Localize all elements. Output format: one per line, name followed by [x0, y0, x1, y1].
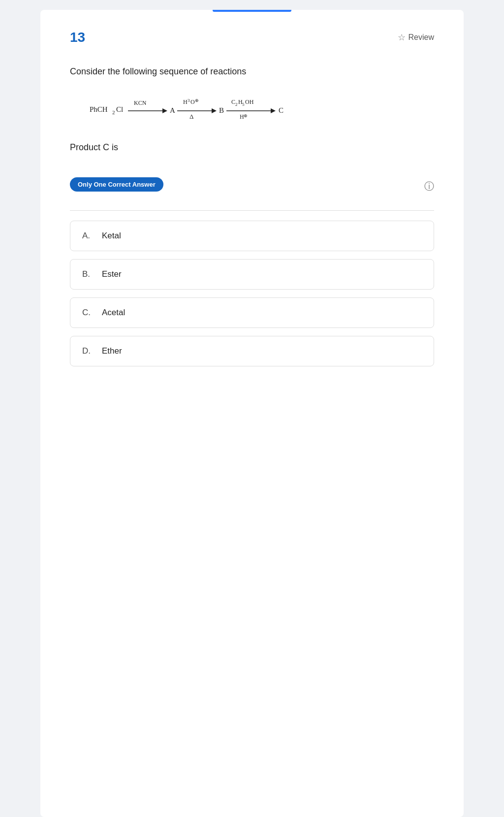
option-b-label: Ester	[102, 269, 122, 279]
svg-text:2: 2	[235, 102, 238, 107]
review-button[interactable]: ☆ Review	[398, 32, 434, 43]
svg-text:B: B	[219, 106, 224, 114]
svg-text:C: C	[231, 98, 235, 105]
review-label: Review	[409, 33, 434, 42]
option-b[interactable]: B. Ester	[70, 259, 434, 290]
svg-text:2: 2	[112, 109, 115, 115]
svg-marker-8	[212, 108, 217, 113]
option-d-label: Ether	[102, 346, 122, 356]
option-b-letter: B.	[82, 269, 92, 279]
svg-text:3: 3	[188, 98, 190, 103]
svg-text:O: O	[190, 98, 195, 105]
option-c-letter: C.	[82, 308, 92, 318]
svg-text:OH: OH	[245, 98, 254, 105]
option-d[interactable]: D. Ether	[70, 336, 434, 366]
svg-text:⊕: ⊕	[244, 113, 248, 118]
svg-text:A: A	[170, 106, 175, 114]
info-icon[interactable]: ⓘ	[424, 180, 434, 193]
options-list: A. Ketal B. Ester C. Acetal D. Ether	[70, 221, 434, 366]
svg-marker-16	[271, 108, 276, 113]
product-text: Product C is	[70, 142, 434, 153]
svg-text:KCN: KCN	[134, 99, 147, 106]
reaction-diagram: PhCH 2 Cl KCN A H 3 O ⊕ Δ B C 2 H	[90, 93, 434, 128]
divider	[70, 210, 434, 211]
answer-type-badge: Only One Correct Answer	[70, 177, 163, 192]
svg-text:Δ: Δ	[189, 113, 193, 120]
svg-marker-4	[162, 108, 167, 113]
question-header: 13 ☆ Review	[70, 30, 434, 45]
option-a[interactable]: A. Ketal	[70, 221, 434, 251]
star-icon: ☆	[398, 32, 406, 43]
svg-text:H: H	[183, 98, 188, 105]
svg-text:5: 5	[242, 102, 245, 107]
question-number: 13	[70, 30, 85, 45]
top-bar-indicator	[213, 10, 291, 12]
option-a-label: Ketal	[102, 231, 121, 241]
option-c-label: Acetal	[102, 308, 125, 318]
option-d-letter: D.	[82, 346, 92, 356]
page-container: 13 ☆ Review Consider the following seque…	[40, 10, 464, 817]
svg-text:Cl: Cl	[116, 105, 123, 113]
badge-row: Only One Correct Answer ⓘ	[70, 177, 434, 196]
option-c[interactable]: C. Acetal	[70, 297, 434, 328]
svg-text:C: C	[279, 106, 284, 114]
svg-text:PhCH: PhCH	[90, 105, 108, 113]
question-text: Consider the following sequence of react…	[70, 65, 434, 78]
svg-text:⊕: ⊕	[195, 98, 199, 103]
reaction-svg: PhCH 2 Cl KCN A H 3 O ⊕ Δ B C 2 H	[90, 93, 365, 128]
option-a-letter: A.	[82, 231, 92, 241]
